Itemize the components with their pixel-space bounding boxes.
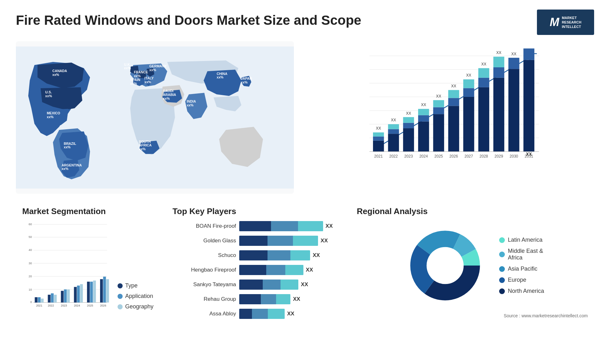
player-bar-assa: XX [239, 309, 338, 319]
bar-2030-seg1 [508, 69, 519, 152]
svg-rect-28 [38, 297, 41, 303]
bar-2027-seg3 [463, 79, 474, 88]
bar-2023-seg2 [403, 123, 414, 128]
bar-2028-label: XX [481, 62, 486, 66]
france-value: xx% [134, 74, 141, 78]
europe-label: Europe [508, 277, 526, 283]
canada-value: xx% [52, 73, 59, 77]
china-label: CHINA [217, 72, 227, 76]
svg-text:2026: 2026 [100, 304, 106, 307]
year-2028: 2028 [479, 154, 488, 158]
svg-rect-36 [64, 289, 67, 302]
argentina-label: ARGENTINA [62, 163, 82, 167]
player-bar-hengbao: XX [239, 265, 338, 275]
player-name-sankyo: Sankyo Tateyama [173, 281, 236, 288]
bar-2029-seg1 [493, 78, 504, 152]
argentina-value: xx% [62, 167, 69, 171]
bar-2030-seg2 [508, 58, 519, 69]
donut-area: Latin America Middle East &Africa Asia P… [357, 221, 588, 310]
bar-2025-seg2 [433, 107, 444, 114]
application-label: Application [125, 293, 153, 300]
donut-center [427, 247, 464, 284]
bar-2026-seg3 [448, 90, 459, 98]
japan-value: xx% [241, 80, 248, 84]
bar-2027-seg1 [463, 97, 474, 152]
bar-2029-seg3 [493, 57, 504, 67]
north-america-label: North America [508, 288, 544, 294]
bar-2022-label: XX [391, 118, 396, 122]
world-map-container: CANADA xx% U.S. xx% MEXICO xx% BRAZIL xx… [16, 41, 294, 194]
seg-chart-area: 60 50 40 30 20 10 0 [22, 221, 153, 310]
brazil-value: xx% [64, 145, 71, 149]
market-seg-container: Market Segmentation 60 50 40 30 20 10 0 [16, 203, 160, 349]
svg-text:2024: 2024 [74, 304, 80, 307]
year-2021: 2021 [374, 154, 383, 158]
bar-2028-seg3 [478, 68, 489, 78]
svg-text:30: 30 [29, 261, 32, 265]
svg-text:0: 0 [30, 300, 32, 304]
canada-label: CANADA [52, 69, 67, 73]
player-name-golden: Golden Glass [173, 238, 236, 244]
player-name-boan: BOAN Fire-proof [173, 223, 236, 229]
europe-dot [499, 277, 505, 283]
bar-2030-label: XX [511, 52, 516, 56]
latin-label: Latin America [508, 237, 543, 243]
bar-2022-seg2 [388, 129, 399, 134]
bar-2026-seg2 [448, 98, 459, 106]
uk-label: U.K. [124, 63, 131, 66]
player-row-hengbao: Hengbao Fireproof XX [173, 265, 338, 275]
logo-container: M MARKET RESEARCH INTELLECT [537, 10, 594, 35]
geography-dot [118, 304, 123, 309]
bar-2027-seg2 [463, 88, 474, 97]
bar-2024-seg3 [418, 109, 429, 115]
player-row-boan: BOAN Fire-proof XX [173, 221, 338, 231]
type-dot [118, 283, 123, 288]
players-container: Top Key Players BOAN Fire-proof XX Gold [166, 203, 344, 349]
bar-2025-seg3 [433, 100, 444, 107]
bar-2028-seg2 [478, 78, 489, 87]
regional-legend: Latin America Middle East &Africa Asia P… [499, 237, 544, 294]
legend-geography: Geography [118, 303, 153, 310]
germany-value: xx% [149, 68, 156, 72]
year-2027: 2027 [464, 154, 473, 158]
svg-rect-32 [51, 293, 54, 303]
mea-dot [499, 252, 505, 257]
year-2030: 2030 [510, 154, 518, 158]
bar-2023-label: XX [406, 111, 411, 116]
svg-rect-47 [100, 279, 103, 303]
player-name-hengbao: Hengbao Fireproof [173, 267, 236, 273]
bar-2025-seg1 [433, 114, 444, 152]
player-row-rehau: Rehau Group XX [173, 294, 338, 304]
saudi-label2: ARABIA [163, 93, 176, 97]
type-label: Type [125, 282, 138, 289]
sa-label2: AFRICA [139, 143, 152, 147]
uk-value: xx% [124, 66, 131, 70]
source-text: Source : www.marketresearchintellect.com [357, 313, 588, 318]
bar-2022-seg1 [388, 134, 399, 152]
seg-title: Market Segmentation [22, 206, 153, 216]
bar-2029-seg2 [493, 67, 504, 78]
regional-title: Regional Analysis [357, 206, 588, 216]
year-2025: 2025 [434, 154, 443, 158]
svg-rect-37 [67, 289, 70, 302]
year-2023: 2023 [404, 154, 413, 158]
svg-rect-31 [48, 295, 51, 303]
apac-label: Asia Pacific [508, 266, 538, 272]
svg-text:10: 10 [29, 288, 32, 291]
bar-2021-seg3 [373, 132, 384, 137]
bar-2024-seg2 [418, 115, 429, 122]
india-label: INDIA [187, 99, 196, 103]
player-row-schuco: Schuco XX [173, 250, 338, 260]
svg-text:40: 40 [29, 248, 32, 252]
svg-rect-39 [74, 287, 77, 302]
bar-2031-seg1 [524, 60, 534, 152]
bar-2027-label: XX [466, 73, 471, 78]
year-2024: 2024 [419, 154, 428, 158]
logo-box: M MARKET RESEARCH INTELLECT [537, 10, 594, 35]
bar-2026-label: XX [451, 84, 456, 88]
bar-2025-label: XX [436, 94, 441, 98]
logo-text: MARKET RESEARCH INTELLECT [562, 16, 581, 29]
svg-rect-43 [87, 282, 90, 303]
svg-rect-41 [80, 284, 83, 303]
bar-2024-seg1 [418, 121, 429, 152]
